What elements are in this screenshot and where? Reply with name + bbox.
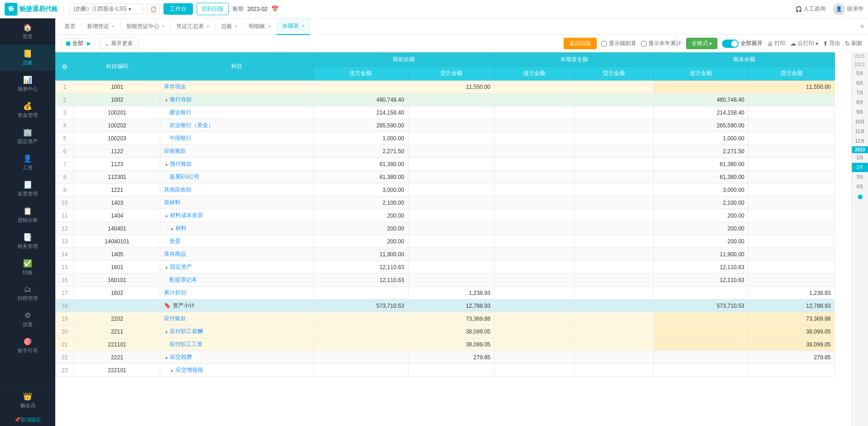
- account-name-link[interactable]: 配提票记本: [169, 276, 197, 283]
- account-name-link[interactable]: 应交增值税: [175, 367, 203, 373]
- expand-row-icon[interactable]: ▲: [169, 368, 174, 373]
- unpin-button[interactable]: 📌 取消固定: [0, 414, 55, 426]
- tab-balance-sheet[interactable]: 余额表 ×: [277, 18, 310, 35]
- sidebar-item-guide[interactable]: 🎯 新手引导: [0, 333, 55, 359]
- timeline-month-11[interactable]: 11月: [852, 127, 868, 137]
- period-icon[interactable]: 📅: [271, 6, 279, 12]
- tab-smart-center[interactable]: 智能凭证中心 ×: [121, 18, 171, 35]
- table-scroll-area[interactable]: ⚙ 科目编码 科目 期初余额 本期发生额 期末余额 借方金额 贷方金额: [55, 52, 868, 426]
- workbench-button[interactable]: 工作台: [163, 3, 193, 15]
- expand-row-icon[interactable]: ▲: [164, 355, 169, 360]
- timeline-month-2[interactable]: 2月: [852, 163, 868, 173]
- row-end-debit: 3,000.00: [654, 184, 748, 196]
- account-name-link[interactable]: 壹蛋: [169, 238, 181, 244]
- sidebar-item-close[interactable]: ✅ 结账: [0, 254, 55, 281]
- timeline-month-12[interactable]: 12月: [852, 137, 868, 146]
- sidebar-item-invoices[interactable]: 🧾 发票管理: [0, 176, 55, 202]
- row-period-credit: [408, 274, 494, 287]
- sidebar-item-payroll[interactable]: 👤 工资: [0, 150, 55, 176]
- expand-row-icon[interactable]: ▲: [164, 161, 169, 167]
- timeline-month-10[interactable]: 10月: [852, 117, 868, 127]
- row-num-cell: 20: [56, 325, 74, 338]
- timeline-month-3[interactable]: 3月: [852, 173, 868, 182]
- expand-row-icon[interactable]: ▲: [164, 97, 169, 102]
- timeline-month-9[interactable]: 9月: [852, 108, 868, 117]
- show-aux-checkbox[interactable]: [601, 41, 607, 46]
- account-name-link[interactable]: 建设银行: [169, 109, 192, 115]
- consult-link[interactable]: 🎧 人工咨询: [795, 5, 826, 13]
- timeline-month-6[interactable]: 6月: [852, 79, 868, 88]
- export-button[interactable]: ⬆ 导出: [823, 40, 840, 47]
- account-name-link[interactable]: 固定资产: [170, 264, 192, 270]
- return-old-version-button[interactable]: 返回旧版: [564, 38, 597, 49]
- timeline-month-5[interactable]: 5月: [852, 69, 868, 79]
- format-button[interactable]: 全账式 ▾: [686, 38, 717, 49]
- expand-row-icon[interactable]: ▲: [164, 213, 169, 218]
- account-name-link[interactable]: 应付职工工资: [169, 341, 203, 347]
- account-name-link[interactable]: 银行存款: [170, 96, 192, 103]
- account-name-link[interactable]: 原材料: [164, 199, 181, 206]
- expand-row-icon[interactable]: ▲: [164, 329, 169, 334]
- account-name-link[interactable]: 材料: [175, 225, 186, 231]
- row-name-cell: 农业银行（美金）: [160, 119, 314, 132]
- account-name-link[interactable]: 应交税费: [170, 354, 192, 360]
- tab-voucher-summary[interactable]: 凭证汇总表 ×: [171, 18, 216, 35]
- account-name-link[interactable]: 累计折旧: [164, 289, 186, 296]
- sidebar-item-tax[interactable]: 📑 税务管理: [0, 228, 55, 254]
- show-aux-checkbox-label[interactable]: 显示辅助算: [601, 40, 636, 47]
- assets-icon: 🏢: [23, 128, 32, 137]
- timeline-month-4[interactable]: 4月: [852, 182, 868, 192]
- expand-row-icon[interactable]: ▲: [169, 226, 174, 231]
- account-name-link[interactable]: 中国银行: [169, 135, 192, 141]
- sidebar-item-stock[interactable]: 📋 进销台账: [0, 202, 55, 228]
- tab-general-ledger[interactable]: 总账 ×: [216, 18, 244, 35]
- sidebar-item-assets[interactable]: 🏢 固定资产: [0, 123, 55, 150]
- sidebar-item-archive[interactable]: 🗂 归档管理: [0, 281, 55, 306]
- company-action-icon[interactable]: 📋: [147, 4, 160, 14]
- sidebar-item-ledger[interactable]: 📒 总账: [0, 45, 55, 71]
- account-name-link[interactable]: 嘉属EU公司: [169, 173, 199, 180]
- close-all-tabs[interactable]: ×: [860, 23, 864, 31]
- account-name-link[interactable]: 应付账款: [164, 315, 186, 322]
- account-name-link[interactable]: 材料成本差异: [170, 212, 203, 219]
- sidebar-item-reports[interactable]: 📊 报表中心: [0, 71, 55, 97]
- account-name-link[interactable]: 应付职工薪酬: [170, 328, 203, 334]
- timeline-month-8[interactable]: 8月: [852, 98, 868, 108]
- account-name-link[interactable]: 农业银行（美金）: [169, 122, 214, 128]
- expand-all-toggle[interactable]: [722, 40, 739, 48]
- tab-close-balance-sheet[interactable]: ×: [302, 23, 304, 29]
- show-ytd-checkbox[interactable]: [641, 41, 647, 46]
- sidebar-item-home[interactable]: 🏠 首页: [0, 18, 55, 45]
- tab-close-new-voucher[interactable]: ×: [112, 24, 115, 29]
- expand-row-icon[interactable]: ▲: [164, 265, 169, 270]
- account-name-link[interactable]: 预付账款: [170, 161, 192, 167]
- account-name-link[interactable]: 其他应收款: [164, 186, 192, 193]
- sidebar-item-settings[interactable]: ⚙ 设置: [0, 306, 55, 333]
- sidebar-item-funds[interactable]: 💰 资金管理: [0, 97, 55, 123]
- table-row: 8 112301 嘉属EU公司 61,380.00 61,380.00: [56, 171, 835, 184]
- timeline-month-7[interactable]: 7月: [852, 88, 868, 98]
- row-code-cell: [74, 299, 160, 312]
- tab-close-smart-center[interactable]: ×: [162, 24, 165, 29]
- tab-new-voucher[interactable]: 新增凭证 ×: [82, 18, 121, 35]
- expand-filter-button[interactable]: ⌄ 展开更多: [99, 38, 138, 49]
- account-name-link[interactable]: 库存现金: [164, 83, 186, 90]
- tab-detail-ledger[interactable]: 明细账 ×: [243, 18, 277, 35]
- print-button[interactable]: 🖨 打印: [767, 40, 786, 47]
- filter-group[interactable]: 全部 ▶: [61, 38, 96, 49]
- tab-home[interactable]: 首页: [59, 18, 82, 35]
- tab-close-detail-ledger[interactable]: ×: [268, 24, 271, 29]
- cloud-print-button[interactable]: ☁ 云打印 ▾: [790, 40, 818, 47]
- show-ytd-checkbox-label[interactable]: 显示本年累计: [641, 40, 682, 47]
- refresh-button[interactable]: ↻ 刷新: [845, 40, 862, 47]
- account-name-link[interactable]: 库存商品: [164, 251, 186, 257]
- sidebar-item-membership[interactable]: 👑 畅会员: [0, 387, 55, 414]
- timeline-month-1[interactable]: 1月: [852, 153, 868, 163]
- tab-close-general-ledger[interactable]: ×: [235, 24, 238, 29]
- account-name-link[interactable]: 应收账款: [164, 148, 186, 154]
- switch-version-button[interactable]: 切到旧版: [197, 3, 229, 15]
- tab-close-voucher-summary[interactable]: ×: [207, 24, 210, 29]
- col-settings[interactable]: ⚙: [56, 53, 74, 81]
- row-code-cell: 221101: [74, 338, 160, 351]
- company-selector[interactable]: (勿删）江西股金-LSS ▾: [70, 4, 143, 14]
